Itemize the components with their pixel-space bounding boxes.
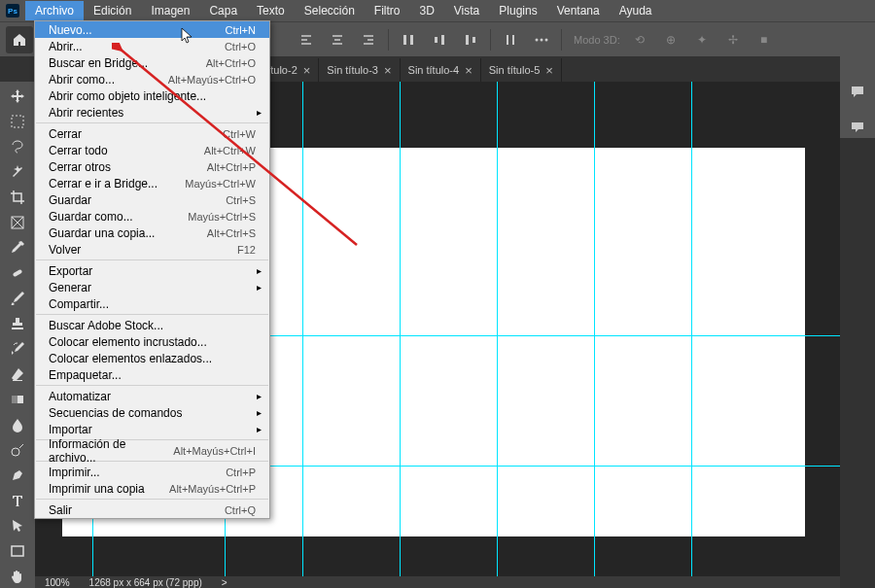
- crop-tool[interactable]: [2, 185, 33, 210]
- menu-shortcut: Ctrl+Q: [225, 504, 256, 516]
- guide-vertical[interactable]: [691, 82, 692, 576]
- menu-texto[interactable]: Texto: [247, 1, 295, 20]
- menu-item-abrir[interactable]: Abrir...Ctrl+O: [35, 38, 269, 54]
- menu-3d[interactable]: 3D: [409, 1, 443, 20]
- menu-item-generar[interactable]: Generar: [35, 279, 269, 295]
- close-icon[interactable]: ×: [545, 64, 553, 77]
- align-center-icon[interactable]: [326, 28, 349, 52]
- menu-shortcut: Ctrl+O: [225, 41, 256, 52]
- menu-item-volver[interactable]: VolverF12: [35, 241, 269, 258]
- align-right-icon[interactable]: [357, 28, 380, 52]
- blur-tool[interactable]: [2, 412, 33, 437]
- distribute-top-icon[interactable]: [397, 28, 420, 52]
- menu-item-guardar[interactable]: GuardarCtrl+S: [35, 191, 269, 208]
- menu-imagen[interactable]: Imagen: [141, 1, 199, 20]
- menu-archivo[interactable]: Archivo: [25, 1, 84, 20]
- menu-item-cerrar-otros[interactable]: Cerrar otrosAlt+Ctrl+P: [35, 158, 269, 175]
- menu-item-imprimir[interactable]: Imprimir...Ctrl+P: [35, 464, 269, 480]
- wand-tool[interactable]: [2, 159, 33, 185]
- menu-item-secuencias-de-comandos[interactable]: Secuencias de comandos: [35, 404, 269, 421]
- guide-vertical[interactable]: [497, 82, 498, 576]
- menu-item-imprimir-una-copia[interactable]: Imprimir una copiaAlt+Mayús+Ctrl+P: [35, 480, 269, 497]
- svg-rect-7: [512, 35, 514, 45]
- svg-rect-5: [472, 37, 475, 43]
- tab-doc-5[interactable]: Sin título-5×: [481, 58, 562, 82]
- guide-vertical[interactable]: [400, 82, 401, 576]
- close-icon[interactable]: ×: [303, 64, 311, 77]
- camera-icon[interactable]: ■: [752, 28, 776, 52]
- menu-item-empaquetar[interactable]: Empaquetar...: [35, 366, 269, 383]
- menu-item-label: Guardar una copia...: [49, 226, 155, 240]
- menu-seleccion[interactable]: Selección: [295, 1, 365, 20]
- menu-edicion[interactable]: Edición: [84, 1, 141, 20]
- menu-plugins[interactable]: Plugins: [489, 1, 546, 20]
- guide-vertical[interactable]: [594, 82, 595, 576]
- lasso-tool[interactable]: [2, 134, 33, 159]
- menu-item-cerrar-e-ir-a-bridge[interactable]: Cerrar e ir a Bridge...Mayús+Ctrl+W: [35, 175, 269, 191]
- brush-tool[interactable]: [2, 286, 33, 311]
- frame-tool[interactable]: [2, 210, 33, 235]
- menu-item-exportar[interactable]: Exportar: [35, 262, 269, 279]
- tab-doc-3[interactable]: Sin título-3×: [319, 58, 400, 82]
- pen-tool[interactable]: [2, 463, 33, 488]
- app-logo: Ps: [6, 4, 19, 17]
- tab-doc-4[interactable]: Sin título-4×: [401, 58, 481, 82]
- menu-item-guardar-una-copia[interactable]: Guardar una copia...Alt+Ctrl+S: [35, 225, 269, 241]
- comments-panel-icon[interactable]: [847, 82, 868, 103]
- menu-capa[interactable]: Capa: [199, 1, 247, 20]
- menu-item-nuevo[interactable]: Nuevo...Ctrl+N: [35, 21, 269, 38]
- menu-ayuda[interactable]: Ayuda: [610, 1, 662, 20]
- menu-filtro[interactable]: Filtro: [365, 1, 410, 20]
- menu-item-buscar-adobe-stock[interactable]: Buscar Adobe Stock...: [35, 317, 269, 333]
- menu-item-salir[interactable]: SalirCtrl+Q: [35, 502, 269, 518]
- menu-item-abrir-como-objeto-inteligente[interactable]: Abrir como objeto inteligente...: [35, 87, 269, 104]
- menu-item-buscar-en-bridge[interactable]: Buscar en Bridge...Alt+Ctrl+O: [35, 54, 269, 71]
- close-icon[interactable]: ×: [465, 64, 472, 77]
- menu-item-cerrar-todo[interactable]: Cerrar todoAlt+Ctrl+W: [35, 142, 269, 158]
- orbit-icon[interactable]: ⟲: [628, 28, 651, 52]
- menu-item-compartir[interactable]: Compartir...: [35, 295, 269, 312]
- menu-item-cerrar[interactable]: CerrarCtrl+W: [35, 125, 269, 142]
- home-button[interactable]: [6, 26, 33, 53]
- distribute-bottom-icon[interactable]: [459, 28, 482, 52]
- history-brush-tool[interactable]: [2, 336, 33, 362]
- menu-item-colocar-elemento-incrustado[interactable]: Colocar elemento incrustado...: [35, 333, 269, 350]
- marquee-tool[interactable]: [2, 109, 33, 134]
- heal-tool[interactable]: [2, 260, 33, 286]
- guide-vertical[interactable]: [302, 82, 303, 576]
- more-options-icon[interactable]: [530, 28, 553, 52]
- distribute-spacing-icon[interactable]: [499, 28, 522, 52]
- type-tool[interactable]: [2, 488, 33, 513]
- stamp-tool[interactable]: [2, 311, 33, 336]
- menu-shortcut: Alt+Ctrl+W: [204, 145, 256, 156]
- path-select-tool[interactable]: [2, 513, 33, 538]
- menu-item-label: Compartir...: [49, 297, 109, 311]
- hand-tool[interactable]: [2, 564, 33, 588]
- dolly-icon[interactable]: ✦: [690, 28, 714, 52]
- eraser-tool[interactable]: [2, 362, 33, 387]
- menu-item-colocar-elementos-enlazados[interactable]: Colocar elementos enlazados...: [35, 350, 269, 366]
- libraries-panel-icon[interactable]: [847, 117, 868, 138]
- pan-icon[interactable]: ⊕: [659, 28, 682, 52]
- menu-item-automatizar[interactable]: Automatizar: [35, 388, 269, 404]
- close-icon[interactable]: ×: [384, 64, 392, 77]
- zoom-value[interactable]: 100%: [45, 577, 70, 588]
- light-icon[interactable]: ✢: [721, 28, 745, 52]
- move-tool[interactable]: [2, 84, 33, 109]
- eyedropper-tool[interactable]: [2, 235, 33, 260]
- menu-vista[interactable]: Vista: [444, 1, 489, 20]
- distribute-middle-icon[interactable]: [428, 28, 451, 52]
- menu-item-informaci-n-de-archivo[interactable]: Información de archivo...Alt+Mayús+Ctrl+…: [35, 442, 269, 459]
- rectangle-tool[interactable]: [2, 538, 33, 564]
- status-arrow-icon[interactable]: >: [222, 577, 228, 588]
- menu-separator: [36, 314, 268, 315]
- menu-ventana[interactable]: Ventana: [547, 1, 610, 20]
- align-left-icon[interactable]: [295, 28, 318, 52]
- menu-item-abrir-recientes[interactable]: Abrir recientes: [35, 104, 269, 121]
- menu-item-abrir-como[interactable]: Abrir como...Alt+Mayús+Ctrl+O: [35, 71, 269, 87]
- tab-label: Sin título-4: [408, 64, 460, 76]
- menu-item-guardar-como[interactable]: Guardar como...Mayús+Ctrl+S: [35, 208, 269, 225]
- dodge-tool[interactable]: [2, 437, 33, 463]
- menu-item-importar[interactable]: Importar: [35, 421, 269, 437]
- gradient-tool[interactable]: [2, 387, 33, 412]
